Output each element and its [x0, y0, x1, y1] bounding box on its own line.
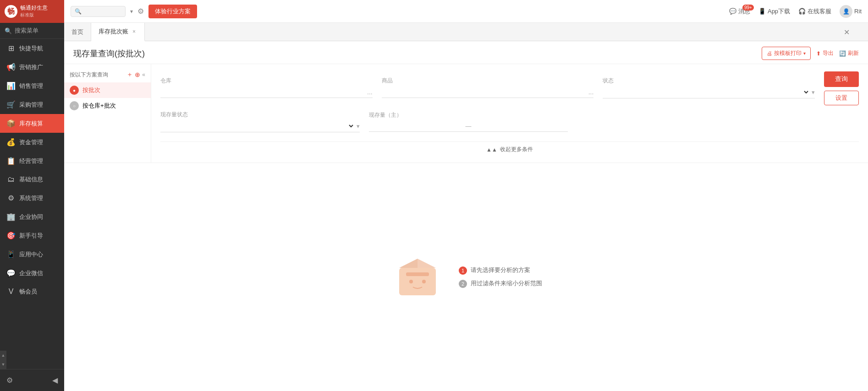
- sidebar-item-new-guide[interactable]: 🎯新手引导: [0, 226, 64, 245]
- status-select[interactable]: [603, 88, 810, 96]
- sidebar-item-icon-vip: V: [6, 288, 16, 296]
- settings-icon[interactable]: ⚙: [5, 374, 15, 386]
- export-button[interactable]: ⬆ 导出: [816, 49, 834, 57]
- tab-inventory-batch[interactable]: 库存批次账 ×: [91, 23, 145, 41]
- svg-point-5: [422, 280, 426, 283]
- messages-button[interactable]: 💬 消息 99+: [729, 7, 750, 16]
- scheme-by-batch[interactable]: ● 按批次: [64, 82, 151, 98]
- warehouse-input[interactable]: [160, 89, 365, 96]
- sidebar-item-inventory[interactable]: 📦库存核算: [0, 114, 64, 133]
- stock-status-select[interactable]: [160, 122, 355, 130]
- stock-qty-min-input[interactable]: [369, 123, 464, 130]
- sidebar-item-basic[interactable]: 🗂基础信息: [0, 170, 64, 189]
- tab-close-icon[interactable]: ×: [131, 28, 137, 35]
- scheme-settings-icon[interactable]: ⊕: [135, 71, 140, 78]
- sidebar-item-icon-enterprise: 🏢: [6, 212, 16, 221]
- topbar-gear-icon[interactable]: ⚙: [137, 7, 144, 16]
- stock-qty-max-input[interactable]: [473, 123, 568, 130]
- refresh-button[interactable]: 🔄 刷新: [839, 49, 859, 57]
- scheme-by-batch-icon: ●: [70, 86, 79, 95]
- sidebar-item-label-basic: 基础信息: [19, 175, 43, 184]
- export-label: 导出: [823, 49, 834, 57]
- hint-1-num: 1: [459, 266, 467, 275]
- sidebar-item-vip[interactable]: V畅会员: [0, 282, 64, 301]
- left-panel-header-actions: ＋ ⊕ «: [126, 71, 145, 79]
- stock-qty-label: 现存量（主）: [369, 111, 568, 119]
- stock-qty-wrapper[interactable]: —: [369, 121, 568, 132]
- empty-illustration: [390, 250, 445, 304]
- app-download-button[interactable]: 📱 App下载: [758, 7, 790, 16]
- print-icon: 🖨: [767, 50, 772, 57]
- product-input[interactable]: [382, 89, 587, 96]
- tab-home[interactable]: 首页: [64, 23, 91, 41]
- settings-button[interactable]: 设置: [824, 91, 859, 105]
- topbar: 🔍 ▾ ⚙ 体验行业方案 💬 消息 99+ 📱 App下载 🎧 在线客服 �: [64, 0, 868, 23]
- query-button[interactable]: 查询: [824, 71, 859, 87]
- sidebar-item-icon-operations: 📋: [6, 157, 16, 165]
- add-scheme-icon[interactable]: ＋: [126, 71, 133, 79]
- panel-close-icon[interactable]: ✕: [844, 27, 850, 36]
- sidebar-scroll-down[interactable]: ▼: [0, 360, 6, 369]
- collapse-more-button[interactable]: ▲▲ 收起更多条件: [160, 141, 859, 157]
- refresh-icon: 🔄: [839, 50, 846, 57]
- sidebar-item-operations[interactable]: 📋经营管理: [0, 152, 64, 170]
- hint-1: 1 请先选择要分析的方案: [459, 266, 542, 275]
- topbar-search-box[interactable]: 🔍: [71, 6, 126, 17]
- sidebar-item-icon-enterprise-wechat: 💬: [6, 269, 16, 277]
- app-title: 畅通好生意: [20, 5, 48, 12]
- sidebar-item-icon-system: ⚙: [6, 194, 16, 202]
- sidebar-item-icon-sales: 📊: [6, 81, 16, 90]
- filter-stock-status: 现存量状态 ▾: [160, 111, 360, 132]
- industry-solution-button[interactable]: 体验行业方案: [148, 5, 197, 18]
- online-service-button[interactable]: 🎧 在线客服: [798, 7, 831, 16]
- sidebar-item-enterprise-wechat[interactable]: 💬企业微信: [0, 264, 64, 282]
- svg-rect-3: [406, 272, 429, 276]
- user-avatar-button[interactable]: 👤 Rit: [840, 5, 862, 18]
- product-input-wrapper[interactable]: ...: [382, 87, 594, 98]
- sidebar-item-icon-inventory: 📦: [6, 119, 16, 128]
- status-chevron-icon: ▾: [812, 89, 815, 96]
- sidebar-item-quick-nav[interactable]: ⊞快捷导航: [0, 39, 64, 58]
- svg-marker-2: [418, 259, 436, 268]
- app-info: 畅通好生意 标准版: [20, 5, 48, 18]
- sidebar-item-label-purchase: 采购管理: [19, 101, 43, 109]
- topbar-dropdown-icon[interactable]: ▾: [130, 8, 133, 15]
- scheme-by-batch-label: 按批次: [82, 86, 100, 94]
- sidebar-search[interactable]: 🔍 搜索菜单: [0, 23, 64, 39]
- template-print-label: 按模板打印: [774, 49, 802, 57]
- product-dots[interactable]: ...: [588, 88, 594, 96]
- svg-rect-0: [399, 268, 436, 295]
- collapse-icon[interactable]: ◀: [50, 374, 60, 386]
- sidebar-item-purchase[interactable]: 🛒采购管理: [0, 95, 64, 114]
- stock-status-wrapper[interactable]: ▾: [160, 120, 360, 132]
- warehouse-input-wrapper[interactable]: ...: [160, 87, 373, 98]
- sidebar-item-enterprise[interactable]: 🏢企业协同: [0, 207, 64, 226]
- user-name: Rit: [854, 8, 862, 15]
- avatar: 👤: [840, 5, 852, 18]
- collapse-panel-icon[interactable]: «: [142, 71, 145, 78]
- sidebar-item-icon-quick-nav: ⊞: [6, 44, 16, 53]
- scheme-by-warehouse-batch[interactable]: ○ 按仓库+批次: [64, 98, 151, 114]
- topbar-search-input[interactable]: [83, 8, 111, 15]
- page-title: 现存量查询(按批次): [73, 48, 145, 59]
- sidebar-item-app-center[interactable]: 📱应用中心: [0, 245, 64, 264]
- print-dropdown-icon[interactable]: ▾: [803, 51, 806, 56]
- user-icon: 👤: [843, 8, 850, 15]
- left-panel: 按以下方案查询 ＋ ⊕ « ● 按批次 ○: [64, 64, 151, 163]
- filter-warehouse: 仓库 ...: [160, 77, 373, 98]
- sidebar-item-marketing[interactable]: 📢营销推广: [0, 58, 64, 76]
- sidebar-item-sales[interactable]: 📊销售管理: [0, 76, 64, 95]
- sidebar-item-system[interactable]: ⚙系统管理: [0, 189, 64, 207]
- main-content: 🔍 ▾ ⚙ 体验行业方案 💬 消息 99+ 📱 App下载 🎧 在线客服 �: [64, 0, 868, 391]
- sidebar-scroll-up[interactable]: ▲: [0, 351, 6, 360]
- status-select-wrapper[interactable]: ▾: [603, 87, 815, 98]
- search-label: 搜索菜单: [15, 27, 38, 35]
- filter-action-buttons: 查询 设置: [824, 70, 859, 105]
- sidebar-item-finance[interactable]: 💰资金管理: [0, 133, 64, 152]
- collapse-more-label: 收起更多条件: [500, 146, 533, 153]
- filter-product: 商品 ...: [382, 77, 594, 98]
- template-print-button[interactable]: 🖨 按模板打印 ▾: [762, 47, 811, 60]
- warehouse-dots[interactable]: ...: [367, 88, 373, 96]
- sidebar-header: 畅 畅通好生意 标准版: [0, 0, 64, 23]
- sidebar-item-label-quick-nav: 快捷导航: [19, 44, 43, 53]
